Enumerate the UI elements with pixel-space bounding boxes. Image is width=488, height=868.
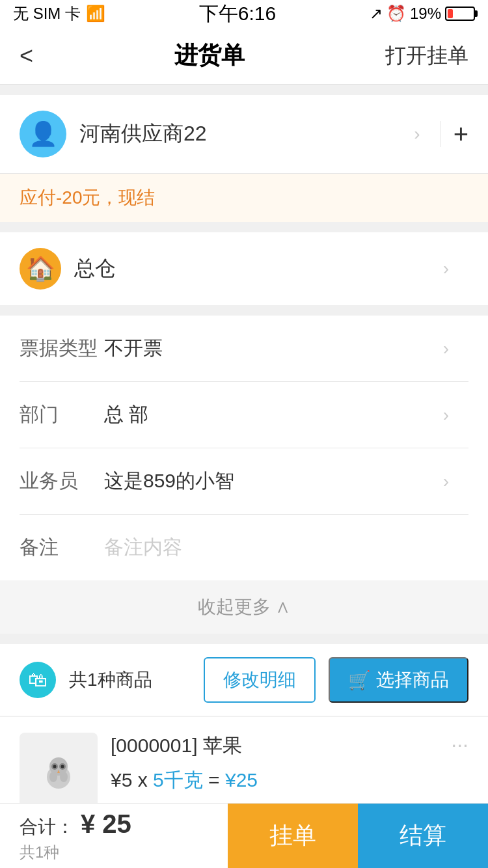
collapse-row[interactable]: 收起更多 ∧ <box>0 580 488 634</box>
department-label: 部门 <box>20 401 104 428</box>
battery-fill <box>448 9 453 18</box>
open-pending-button[interactable]: 打开挂单 <box>385 42 468 70</box>
invoice-chevron-icon: › <box>443 338 449 359</box>
divider-1 <box>0 222 488 232</box>
department-row[interactable]: 部门 总 部 › <box>0 382 488 448</box>
select-product-label: 选择商品 <box>376 668 449 692</box>
invoice-label: 票据类型 <box>20 335 104 362</box>
alarm-icon: ⏰ <box>386 5 406 23</box>
warehouse-icon: 🏠 <box>20 248 61 290</box>
status-bar: 无 SIM 卡 📶 下午6:16 ↗ ⏰ 19% <box>0 0 488 27</box>
product-more-button[interactable]: ··· <box>451 733 468 757</box>
remark-label: 备注 <box>20 534 104 561</box>
product-title: 苹果 <box>203 735 242 756</box>
status-right: ↗ ⏰ 19% <box>370 5 475 23</box>
carrier-label: 无 SIM 卡 <box>13 3 81 24</box>
price-total: ¥25 <box>225 769 258 791</box>
divider-2 <box>0 305 488 316</box>
svg-point-5 <box>61 765 64 768</box>
invoice-value: 不开票 <box>104 335 443 362</box>
total-row: 合计： ¥ 25 <box>20 809 208 839</box>
salesperson-value: 这是859的小智 <box>104 468 443 495</box>
top-divider <box>0 85 488 95</box>
svg-point-4 <box>53 765 57 768</box>
select-product-icon: 🛒 <box>348 670 371 691</box>
total-sub: 共1种 <box>20 842 208 863</box>
product-name: [0000001] 苹果 <box>111 733 438 759</box>
supplier-section: 👤 河南供应商22 › + 应付-20元，现结 <box>0 95 488 222</box>
warehouse-chevron-icon: › <box>443 258 449 279</box>
department-value: 总 部 <box>104 401 443 428</box>
salesperson-row[interactable]: 业务员 这是859的小智 › <box>0 448 488 514</box>
form-section: 票据类型 不开票 › 部门 总 部 › 业务员 这是859的小智 › 备注 备注… <box>0 316 488 580</box>
remark-row[interactable]: 备注 备注内容 <box>0 515 488 580</box>
price-equals: = <box>208 769 225 791</box>
remark-placeholder[interactable]: 备注内容 <box>104 534 468 561</box>
product-code: [0000001] <box>111 735 197 756</box>
status-left: 无 SIM 卡 📶 <box>13 3 105 24</box>
page-title: 进货单 <box>174 40 245 72</box>
svg-point-8 <box>60 772 68 782</box>
warehouse-row[interactable]: 🏠 总仓 › <box>0 232 488 305</box>
collapse-label: 收起更多 ∧ <box>198 595 291 619</box>
price-unit: ¥5 <box>111 769 132 791</box>
battery-percent: 19% <box>410 5 441 23</box>
hang-button[interactable]: 挂单 <box>228 804 358 869</box>
products-icon: 🛍 <box>20 662 56 698</box>
department-chevron-icon: › <box>443 405 449 426</box>
status-time: 下午6:16 <box>199 1 276 27</box>
warehouse-section: 🏠 总仓 › <box>0 232 488 305</box>
salesperson-chevron-icon: › <box>443 471 449 492</box>
svg-point-7 <box>49 772 57 782</box>
warehouse-name: 总仓 <box>74 254 443 283</box>
total-label: 合计： <box>20 815 74 839</box>
add-supplier-button[interactable]: + <box>454 120 468 149</box>
salesperson-label: 业务员 <box>20 468 104 495</box>
supplier-divider <box>440 121 441 147</box>
edit-detail-button[interactable]: 修改明细 <box>204 657 316 703</box>
supplier-chevron-icon: › <box>414 124 420 144</box>
select-product-button[interactable]: 🛒 选择商品 <box>329 657 468 703</box>
location-icon: ↗ <box>370 5 383 23</box>
wifi-icon: 📶 <box>86 5 105 23</box>
product-info: [0000001] 苹果 ¥5 x 5千克 = ¥25 <box>111 733 438 794</box>
product-thumbnail <box>20 733 98 811</box>
invoice-row[interactable]: 票据类型 不开票 › <box>0 316 488 381</box>
product-price: ¥5 x 5千克 = ¥25 <box>111 767 438 794</box>
bottom-bar: 合计： ¥ 25 共1种 挂单 结算 <box>0 803 488 868</box>
battery-icon <box>445 7 475 21</box>
supplier-row[interactable]: 👤 河南供应商22 › + <box>0 95 488 174</box>
product-image-placeholder <box>33 746 85 798</box>
nav-bar: < 进货单 打开挂单 <box>0 27 488 85</box>
products-count: 共1种商品 <box>69 668 191 692</box>
avatar-icon: 👤 <box>29 120 58 148</box>
supplier-name: 河南供应商22 <box>79 120 414 148</box>
price-separator: x <box>138 769 153 791</box>
price-quantity: 5千克 <box>153 769 203 791</box>
total-amount: ¥ 25 <box>81 809 131 839</box>
products-header: 🛍 共1种商品 修改明细 🛒 选择商品 <box>0 644 488 716</box>
back-button[interactable]: < <box>20 42 33 70</box>
bottom-total: 合计： ¥ 25 共1种 <box>0 809 228 863</box>
warning-banner: 应付-20元，现结 <box>0 174 488 222</box>
checkout-button[interactable]: 结算 <box>358 804 488 869</box>
supplier-avatar: 👤 <box>20 111 66 157</box>
